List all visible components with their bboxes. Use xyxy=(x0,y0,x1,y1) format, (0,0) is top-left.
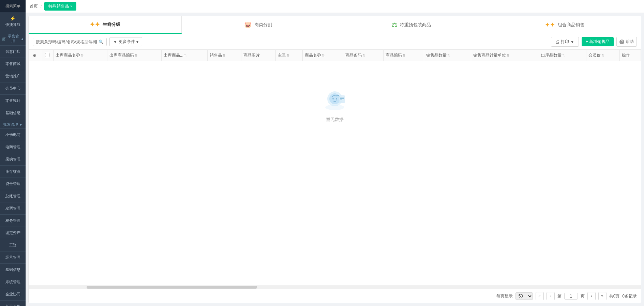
table-container: ⚙ 出库商品名称 ⇅ 出库商 xyxy=(29,50,641,285)
last-page-button[interactable]: » xyxy=(598,292,606,300)
sort-icon[interactable]: ⇅ xyxy=(135,53,137,57)
sort-icon[interactable]: ⇅ xyxy=(562,53,565,57)
sidebar-item-sys-mgmt[interactable]: 系统管理 xyxy=(0,276,26,288)
filter-button[interactable]: ▼ 更多条件 ▾ xyxy=(109,37,142,46)
sort-icon[interactable]: ⇅ xyxy=(403,53,405,57)
page-number-input[interactable] xyxy=(564,293,578,300)
sort-icon[interactable]: ⇅ xyxy=(184,53,187,57)
horizontal-scrollbar[interactable] xyxy=(29,285,641,289)
sidebar-item-label: 企业协同 xyxy=(5,292,20,297)
sidebar-item-mini-ecomm[interactable]: 小畅电商 xyxy=(0,129,26,141)
breadcrumb-home[interactable]: 首页 xyxy=(30,3,38,9)
th-goods-barcode[interactable]: 商品条码 ⇅ xyxy=(343,50,384,61)
sidebar-item-finance[interactable]: 资金管理 xyxy=(0,178,26,190)
sidebar-item-ecomm-mgmt[interactable]: 电商管理 xyxy=(0,141,26,153)
sort-icon[interactable]: ⇅ xyxy=(507,53,509,57)
next-page-icon: › xyxy=(591,294,592,299)
print-button[interactable]: 🖨 打印 ▼ xyxy=(551,37,579,47)
sidebar-item-label: 新手引导 xyxy=(5,304,20,306)
sidebar-item-retail-mgmt[interactable]: 🛒 零售管理 ▲ xyxy=(0,31,26,46)
th-sale-unit[interactable]: 销售商品计量单位 ⇅ xyxy=(471,50,539,61)
sidebar-item-retail-mall[interactable]: 零售商城 xyxy=(0,58,26,70)
sort-icon[interactable]: ⇅ xyxy=(81,53,84,57)
sort-icon[interactable]: ⇅ xyxy=(601,53,604,57)
sidebar-item-tax-mgmt[interactable]: 税务管理 xyxy=(0,215,26,227)
sidebar-item-purchase-mgmt[interactable]: 采购管理 xyxy=(0,153,26,166)
sidebar-item-label: 工资 xyxy=(9,243,17,248)
sidebar-item-wholesale-mgmt[interactable]: 批发管理 ▼ xyxy=(0,119,26,129)
sidebar-item-general-ledger[interactable]: 总账管理 xyxy=(0,190,26,202)
sidebar-item-basic-info2[interactable]: 基础信息 xyxy=(0,264,26,276)
sort-icon[interactable]: ⇅ xyxy=(322,53,325,57)
prev-page-button[interactable]: ‹ xyxy=(546,292,555,300)
toolbar: 🔍 ▼ 更多条件 ▾ 🖨 打印 ▼ + 新增销售品 ? xyxy=(29,34,641,50)
tab-close-icon[interactable]: × xyxy=(70,4,72,8)
sidebar-item-label: 基础信息 xyxy=(5,110,20,116)
sidebar-logo[interactable]: 搜索菜单 xyxy=(0,0,26,12)
sidebar-item-newbie-guide[interactable]: 新手引导 xyxy=(0,301,26,306)
sidebar-item-quick-nav[interactable]: ⚡ 快捷导航 xyxy=(0,12,26,31)
toolbar-left: 🔍 ▼ 更多条件 ▾ xyxy=(33,37,142,46)
sort-icon[interactable]: ⇅ xyxy=(223,53,225,57)
th-out-spec[interactable]: 出库商品... ⇅ xyxy=(161,50,207,61)
sidebar: 搜索菜单 ⚡ 快捷导航 🛒 零售管理 ▲ 智慧门店 零售商城 营销推广 会员中心… xyxy=(0,0,26,306)
sidebar-item-label: 固定资产 xyxy=(5,230,20,235)
cat-tab-combo-label: 组合商品销售 xyxy=(558,22,584,28)
search-icon[interactable]: 🔍 xyxy=(99,40,104,44)
print-icon: 🖨 xyxy=(555,40,559,44)
sort-icon[interactable]: ⇅ xyxy=(447,53,450,57)
th-out-code[interactable]: 出库商品编码 ⇅ xyxy=(107,50,162,61)
sidebar-item-invoice-mgmt[interactable]: 发票管理 xyxy=(0,202,26,215)
sidebar-item-ops-mgmt[interactable]: 经营管理 xyxy=(0,251,26,264)
sidebar-item-corp-agreement[interactable]: 企业协同 xyxy=(0,288,26,301)
scroll-thumb[interactable] xyxy=(87,286,257,289)
next-page-button[interactable]: › xyxy=(587,292,596,300)
svg-point-4 xyxy=(336,98,337,100)
sidebar-item-label: 发票管理 xyxy=(5,206,20,211)
help-button[interactable]: ? 帮助 xyxy=(616,37,637,47)
th-settings[interactable]: ⚙ xyxy=(29,50,41,61)
cat-tab-meat-cut[interactable]: 🐷 肉类分割 xyxy=(182,16,335,34)
th-sale-qty[interactable]: 销售品数量 ⇅ xyxy=(424,50,471,61)
th-actions: 操作 xyxy=(620,50,641,61)
search-input[interactable] xyxy=(36,40,97,44)
th-goods-name[interactable]: 商品名称 ⇅ xyxy=(302,50,343,61)
sidebar-item-label: 零售管理 xyxy=(7,34,19,44)
cat-tab-scale-prepack[interactable]: ⚖ 称重预包装商品 xyxy=(335,16,488,34)
th-main-weight[interactable]: 主重 ⇅ xyxy=(276,50,302,61)
main-content: 首页 / 特殊销售品 × ✦✦ 生鲜分级 🐷 肉类分割 ⚖ 称重预包装商品 ✦✦ xyxy=(26,0,644,306)
sort-icon[interactable]: ⇅ xyxy=(287,53,289,57)
sidebar-item-fixed-assets[interactable]: 固定资产 xyxy=(0,227,26,239)
search-box[interactable]: 🔍 xyxy=(33,38,107,46)
sidebar-item-marketing[interactable]: 营销推广 xyxy=(0,70,26,82)
sort-icon[interactable]: ⇅ xyxy=(362,53,365,57)
select-all-checkbox[interactable] xyxy=(45,53,49,57)
sidebar-item-wages[interactable]: 工资 xyxy=(0,239,26,251)
th-check[interactable] xyxy=(41,50,53,61)
sidebar-item-label: 经营管理 xyxy=(5,255,20,260)
active-tab[interactable]: 特殊销售品 × xyxy=(44,2,76,11)
th-sale-item[interactable]: 销售品 ⇅ xyxy=(208,50,241,61)
retail-mgmt-icon: 🛒 xyxy=(1,37,6,41)
sidebar-item-inventory[interactable]: 库存核算 xyxy=(0,166,26,178)
first-page-button[interactable]: « xyxy=(536,292,544,300)
per-page-select[interactable]: 50 10 20 100 xyxy=(515,292,533,300)
sidebar-item-basic-info[interactable]: 基础信息 xyxy=(0,107,26,119)
cat-tab-fresh-grade[interactable]: ✦✦ 生鲜分级 xyxy=(29,16,182,34)
svg-rect-5 xyxy=(339,95,345,103)
expand-arrow-icon: ▲ xyxy=(20,37,24,41)
category-tabs: ✦✦ 生鲜分级 🐷 肉类分割 ⚖ 称重预包装商品 ✦✦ 组合商品销售 xyxy=(29,16,641,34)
sidebar-item-smart-store[interactable]: 智慧门店 xyxy=(0,46,26,58)
svg-point-2 xyxy=(329,93,340,104)
new-item-button[interactable]: + 新增销售品 xyxy=(582,37,614,46)
first-page-icon: « xyxy=(538,294,541,299)
sidebar-item-member-center[interactable]: 会员中心 xyxy=(0,82,26,95)
th-out-name[interactable]: 出库商品名称 ⇅ xyxy=(53,50,107,61)
settings-icon[interactable]: ⚙ xyxy=(33,53,36,58)
per-page-label: 每页显示 xyxy=(496,293,513,299)
cat-tab-combo-sales[interactable]: ✦✦ 组合商品销售 xyxy=(488,16,641,34)
th-member-price[interactable]: 会员价 ⇅ xyxy=(586,50,620,61)
th-out-qty[interactable]: 出库品数量 ⇅ xyxy=(539,50,586,61)
sidebar-item-retail-stats[interactable]: 零售统计 xyxy=(0,95,26,107)
th-goods-code[interactable]: 商品编码 ⇅ xyxy=(384,50,424,61)
